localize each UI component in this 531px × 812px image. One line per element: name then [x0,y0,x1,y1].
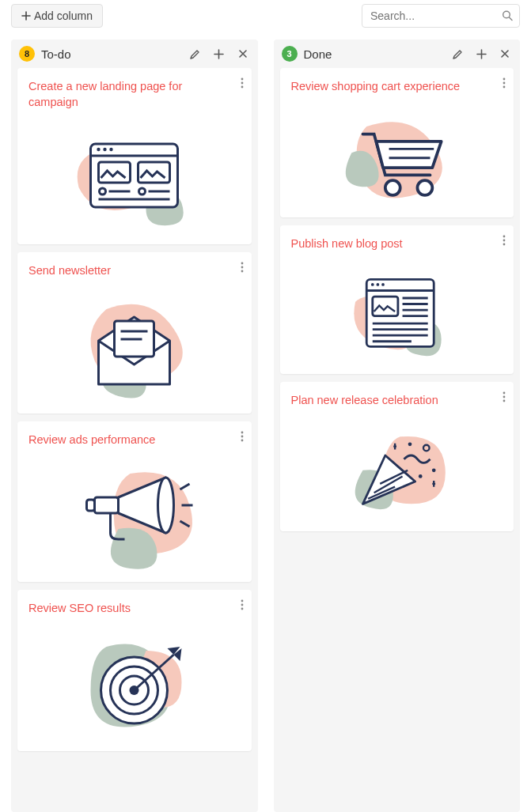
svg-point-64 [503,78,506,81]
svg-point-67 [503,235,506,237]
card-menu-icon[interactable] [241,77,244,89]
plus-icon [21,11,31,21]
card-title: Publish new blog post [291,236,503,252]
kanban-board: 8 To-do Create a new landing page for ca… [11,40,520,812]
landing-page-illustration [61,116,207,235]
svg-point-54 [241,86,243,89]
svg-point-65 [503,82,506,85]
svg-point-66 [503,86,506,89]
close-column-icon[interactable] [498,47,512,61]
card-menu-icon[interactable] [241,262,244,273]
top-bar: Add column [11,0,520,32]
card-title: Review shopping cart experience [291,79,503,95]
svg-point-62 [241,604,243,606]
card[interactable]: Send newsletter [17,252,252,414]
party-illustration [329,415,464,522]
svg-line-51 [510,17,513,21]
card[interactable]: Review ads performance [17,421,252,583]
svg-point-52 [241,78,243,81]
column-title: Done [304,47,445,61]
search-input[interactable] [362,4,520,28]
target-illustration [61,623,207,742]
card-menu-icon[interactable] [503,391,506,402]
card-title: Create a new landing page for campaign [28,79,241,110]
edit-column-icon[interactable] [188,47,203,61]
card-menu-icon[interactable] [241,599,244,610]
add-card-icon[interactable] [474,47,488,61]
column-done: 3 Done Review shopping cart experience P… [274,40,521,812]
search-box [362,4,520,28]
svg-point-55 [241,262,243,265]
svg-point-58 [241,431,243,433]
add-column-label: Add column [34,9,93,22]
card[interactable]: Create a new landing page for campaign [17,68,252,244]
column-title: To-do [41,47,182,61]
card-menu-icon[interactable] [241,431,244,442]
svg-point-60 [241,439,243,441]
svg-point-59 [241,435,243,437]
svg-point-53 [241,82,243,85]
svg-point-63 [241,608,243,610]
svg-point-72 [503,400,506,402]
svg-point-70 [503,392,506,395]
card[interactable]: Review SEO results [17,590,252,751]
add-card-icon[interactable] [212,47,226,61]
add-column-button[interactable]: Add column [11,4,103,28]
card-menu-icon[interactable] [503,235,506,246]
svg-point-68 [503,239,506,241]
column-count-badge: 3 [282,46,298,62]
cart-illustration [329,101,464,208]
newsletter-illustration [61,285,207,404]
close-column-icon[interactable] [236,47,250,61]
card[interactable]: Publish new blog post [280,225,514,375]
edit-column-icon[interactable] [450,47,465,61]
svg-point-69 [503,243,506,245]
column-count-badge: 8 [19,46,35,62]
card-title: Plan new release celebration [291,393,503,409]
column-header: 8 To-do [11,40,258,68]
card-title: Review SEO results [28,601,241,617]
column-actions [450,47,512,61]
megaphone-illustration [61,454,207,572]
column-cards[interactable]: Create a new landing page for campaign S… [11,68,258,812]
card[interactable]: Review shopping cart experience [280,68,514,217]
svg-point-71 [503,396,506,398]
column-header: 3 Done [274,40,521,68]
column-todo: 8 To-do Create a new landing page for ca… [11,40,258,812]
card-title: Review ads performance [28,432,241,448]
search-icon [502,10,514,22]
card-menu-icon[interactable] [503,77,506,89]
card[interactable]: Plan new release celebration [280,382,514,531]
svg-point-61 [241,600,243,602]
column-cards[interactable]: Review shopping cart experience Publish … [274,68,521,812]
column-actions [188,47,250,61]
svg-point-56 [241,266,243,269]
blog-illustration [329,258,464,364]
card-title: Send newsletter [28,263,241,279]
svg-point-57 [241,270,243,273]
